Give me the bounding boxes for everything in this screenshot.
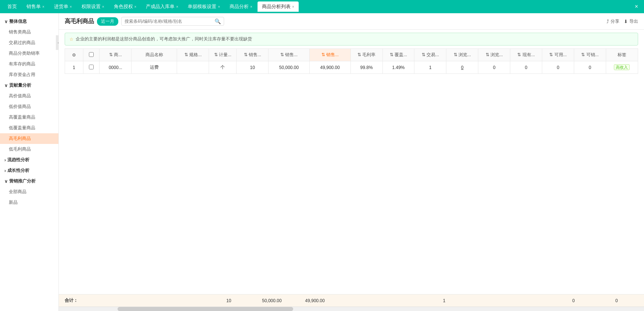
col-header-unit: ⇅ 计量... [209,49,237,61]
footer-label: 合计： [65,297,78,304]
cell-stock1: 0 [510,61,542,74]
close-tab-analysis-list[interactable]: × [292,5,294,9]
close-tab-permission[interactable]: × [102,5,104,9]
sidebar-item-low-value[interactable]: 低价值商品 [0,101,58,112]
col-header-name: 商品名称 [132,49,177,61]
sidebar-item-new-goods[interactable]: 新品 [0,197,58,208]
search-icon[interactable]: 🔍 [215,18,221,24]
content-area: 高毛利商品 近一月 🔍 ⤴ 分享 ⬇ 导出 ☆ 企业的主要的利润都是这部分商品创… [59,13,644,311]
nav-tab-analysis-list[interactable]: 商品分析列表 × [258,1,299,12]
sidebar-item-high-coverage[interactable]: 高覆盖量商品 [0,112,58,123]
col-header-sales-cost: ⇅ 销售... [309,49,350,61]
cell-sales-cost: 49,900.00 [309,61,350,74]
close-tab-role[interactable]: × [134,5,137,9]
close-tab-purchase[interactable]: × [70,5,72,9]
tip-banner: ☆ 企业的主要的利润都是这部分商品创造的，可考虑加大推广，同时关注库存量不要出现… [65,33,638,46]
cell-unit: 个 [209,61,237,74]
cell-num: 1 [65,61,83,74]
col-header-gross-rate: ⇅ 毛利率 [350,49,382,61]
close-all-tabs[interactable]: × [632,3,641,10]
col-header-check[interactable] [83,49,100,61]
nav-tab-purchase[interactable]: 进货单 × [50,1,76,12]
table-footer: 合计： 10 50,000.00 49,900.00 1 0 0 [59,294,644,307]
table-header-row: ⚙ ⇅ 商... 商品名称 ⇅ 规格... [65,49,638,61]
close-tab-warehouse[interactable]: × [176,5,178,9]
export-button[interactable]: ⬇ 导出 [624,18,638,25]
settings-icon[interactable]: ⚙ [72,53,76,58]
table-row: 1 0000... 运费 个 10 50,000.00 49,900.00 99… [65,61,638,74]
footer-stock1: 0 [552,298,595,303]
cell-code: 0000... [100,61,132,74]
sidebar-item-low-coverage[interactable]: 低覆盖量商品 [0,123,58,133]
nav-tab-sales[interactable]: 销售单 × [22,1,49,12]
footer-sales-qty: 10 [207,298,250,303]
top-nav: 首页 销售单 × 进货单 × 权限设置 × 角色授权 × 产成品入库单 × 单据… [0,0,644,13]
footer-sales-cost: 49,900.00 [294,298,337,303]
col-header-num: ⚙ [65,49,83,61]
sidebar-item-high-value[interactable]: 高价值商品 [0,91,58,101]
sidebar-collapse-button[interactable]: « [56,35,59,50]
cell-coverage: 1.49% [382,61,414,74]
cell-name: 运费 [132,61,177,74]
sidebar-item-high-gross[interactable]: 高毛利商品 [0,133,58,144]
data-table: ⚙ ⇅ 商... 商品名称 ⇅ 规格... [65,48,638,74]
sidebar-group-marketing[interactable]: ∨ 营销推广分析 [0,176,58,187]
share-button[interactable]: ⤴ 分享 [607,18,619,25]
export-icon: ⬇ [624,19,628,24]
nav-home[interactable]: 首页 [3,3,21,10]
col-header-coverage: ⇅ 覆盖... [382,49,414,61]
col-header-sales-amt: ⇅ 销售... [269,49,310,61]
sidebar-item-low-gross[interactable]: 低毛利商品 [0,144,58,155]
sidebar-group-trend[interactable]: › 流趋性分析 [0,155,58,165]
cell-browse2: 0 [478,61,510,74]
tip-icon: ☆ [69,37,73,42]
col-header-browse2: ⇅ 浏览... [478,49,510,61]
tip-text: 企业的主要的利润都是这部分商品创造的，可考虑加大推广，同时关注库存量不要出现缺货 [76,36,252,42]
col-header-trade: ⇅ 交易... [414,49,446,61]
cell-tag: 高收入 [606,61,638,74]
cell-stock2: 0 [542,61,574,74]
footer-sales-amt: 50,000.00 [250,298,293,303]
filter-recent-month[interactable]: 近一月 [97,17,118,26]
col-header-stock3: ⇅ 可销... [574,49,606,61]
close-tab-analysis[interactable]: × [250,5,252,9]
cell-stock3: 0 [574,61,606,74]
cell-gross-rate: 99.8% [350,61,382,74]
footer-stock2: 0 [595,298,638,303]
sidebar-item-capital[interactable]: 库存资金占用 [0,69,58,80]
table-container: ⚙ ⇅ 商... 商品名称 ⇅ 规格... [59,48,644,294]
tag-label: 高收入 [614,64,630,70]
row-checkbox[interactable] [89,65,94,69]
close-tab-sales[interactable]: × [42,5,44,9]
nav-tab-analysis[interactable]: 商品分析 × [225,1,257,12]
footer-trade: 1 [422,298,465,303]
nav-tab-role[interactable]: 角色授权 × [109,1,141,12]
col-header-browse1: ⇅ 浏览... [446,49,478,61]
sidebar-item-all-goods[interactable]: 全部商品 [0,187,58,197]
select-all-checkbox[interactable] [89,52,94,57]
main-container: « ∨ 整体信息 销售类商品 交易过的商品 商品分类助销率 有库存的商品 库存资… [0,13,644,311]
cell-spec [177,61,209,74]
cell-trade: 1 [414,61,446,74]
page-title: 高毛利商品 [65,18,94,25]
nav-tab-template[interactable]: 单据模板设置 × [183,1,224,12]
sidebar-group-growth[interactable]: › 成长性分析 [0,165,58,176]
sidebar-item-category-rate[interactable]: 商品分类助销率 [0,48,58,59]
horizontal-scrollbar[interactable] [59,307,644,311]
nav-tab-warehouse[interactable]: 产成品入库单 × [141,1,183,12]
sidebar-item-traded-goods[interactable]: 交易过的商品 [0,37,58,48]
sidebar-group-overall[interactable]: ∨ 整体信息 [0,16,58,27]
content-header: 高毛利商品 近一月 🔍 ⤴ 分享 ⬇ 导出 [59,13,644,30]
cell-check[interactable] [83,61,100,74]
sidebar-item-in-stock[interactable]: 有库存的商品 [0,59,58,69]
col-header-stock2: ⇅ 可用... [542,49,574,61]
col-header-code: ⇅ 商... [100,49,132,61]
header-actions: ⤴ 分享 ⬇ 导出 [607,18,638,25]
search-input[interactable] [125,19,213,24]
nav-tab-permission[interactable]: 权限设置 × [77,1,109,12]
sidebar-item-sales-goods[interactable]: 销售类商品 [0,27,58,37]
sidebar-group-contribution[interactable]: ∨ 贡献量分析 [0,80,58,91]
sidebar: « ∨ 整体信息 销售类商品 交易过的商品 商品分类助销率 有库存的商品 库存资… [0,13,59,311]
close-tab-template[interactable]: × [218,5,220,9]
cell-browse1[interactable]: 0 [446,61,478,74]
